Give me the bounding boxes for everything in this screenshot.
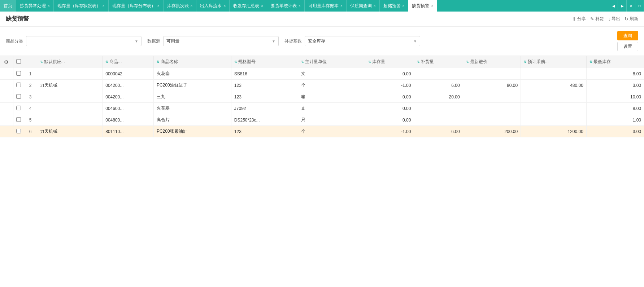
td-rownum-2: 3 (24, 91, 37, 103)
sort-icon-replenish: ⇅ (417, 60, 420, 64)
td-spec-2: 123 (231, 91, 298, 103)
tab-available-ledger[interactable]: 可用量库存账本 × (305, 0, 347, 12)
td-gear-0 (0, 68, 13, 80)
tab-batch-account[interactable]: 库存批次账 × (164, 0, 197, 12)
tab-close-4[interactable]: × (191, 4, 193, 8)
tab-stock-dist[interactable]: 现存量（库存分布表） × (109, 0, 164, 12)
select-all-checkbox[interactable] (16, 59, 21, 64)
td-stock-0: 0.00 (365, 68, 414, 80)
row-checkbox-1[interactable] (16, 83, 21, 87)
table-row: 5 004800... 离合片 DS250*23c... 只 0.00 1.00 (0, 114, 644, 126)
td-supplier-0 (37, 68, 103, 80)
tab-nav-close-current[interactable]: ✕ (627, 0, 635, 12)
th-check (13, 56, 24, 68)
td-min-stock-2: 10.00 (586, 91, 644, 103)
td-stock-2: 0.00 (365, 91, 414, 103)
td-est-purchase-3 (521, 103, 587, 114)
table-row: 4 004600... 火花塞 J7092 支 0.00 8.00 (0, 103, 644, 114)
tab-close-1[interactable]: × (48, 4, 50, 8)
category-filter-group: 商品分类 ▼ (6, 36, 142, 46)
tab-nav-buttons: ◀ ▶ ✕ □ (609, 0, 644, 12)
replenish-button[interactable]: ✎ 补货 (590, 16, 604, 22)
row-checkbox-5[interactable] (16, 129, 21, 133)
tab-pick-exception[interactable]: 拣货异常处理 × (16, 0, 54, 12)
tab-close-5[interactable]: × (223, 4, 226, 8)
filter-bar: 商品分类 ▼ 数据源 可用量 ▼ 补货基数 安全库存 ▼ 查询 设置 (0, 27, 644, 56)
replenish-base-select-value: 安全库存 (308, 38, 325, 44)
share-button[interactable]: ⇧ 分享 (572, 16, 586, 22)
sort-icon-supplier: ⇅ (40, 60, 43, 64)
refresh-button[interactable]: ↻ 刷新 (625, 16, 638, 22)
tab-nav-prev[interactable]: ◀ (609, 0, 618, 12)
td-rownum-5: 6 (24, 126, 37, 137)
row-checkbox-4[interactable] (16, 117, 21, 122)
category-select[interactable]: ▼ (26, 36, 142, 46)
tab-home[interactable]: 首页 (0, 0, 16, 12)
datasource-select[interactable]: 可用量 ▼ (163, 36, 279, 46)
td-name-3: 火花塞 (153, 103, 231, 114)
td-check-1 (13, 80, 24, 91)
td-code-0: 0000042 (103, 68, 154, 80)
th-default-supplier: ⇅ 默认供应... (37, 56, 103, 68)
tab-overstock[interactable]: 超储预警 × (380, 0, 409, 12)
replenish-base-select[interactable]: 安全库存 ▼ (305, 36, 420, 46)
th-product-code: ⇅ 商品... (103, 56, 154, 68)
table-row: 3 004200... 三九 123 箱 0.00 20.00 10.00 (0, 91, 644, 103)
sort-icon-min-stock: ⇅ (589, 60, 592, 64)
tab-close-9[interactable]: × (374, 4, 376, 8)
filter-actions: 查询 设置 (617, 31, 638, 51)
tab-close-2[interactable]: × (103, 4, 105, 8)
row-checkbox-0[interactable] (16, 71, 21, 76)
td-price-1: 80.00 (463, 80, 521, 91)
tab-shortage-warning[interactable]: 缺货预警 × (408, 0, 437, 12)
table-row: 2 力天机械 004200... PC200油缸缸子 123 个 -1.00 6… (0, 80, 644, 91)
gear-settings-icon[interactable]: ⚙ (4, 59, 9, 65)
row-checkbox-3[interactable] (16, 106, 21, 110)
datasource-select-value: 可用量 (166, 38, 179, 44)
td-est-purchase-1: 480.00 (521, 80, 587, 91)
tab-stock-status[interactable]: 现存量（库存状况表） × (54, 0, 109, 12)
tab-requisition-stats[interactable]: 要货单统计表 × (267, 0, 305, 12)
query-button[interactable]: 查询 (617, 31, 638, 40)
td-gear-5 (0, 126, 13, 137)
td-name-0: 火花塞 (153, 68, 231, 80)
row-checkbox-2[interactable] (16, 94, 21, 99)
td-stock-4: 0.00 (365, 114, 414, 126)
td-unit-5: 个 (298, 126, 365, 137)
tab-close-8[interactable]: × (340, 4, 343, 8)
td-gear-1 (0, 80, 13, 91)
replenish-icon: ✎ (590, 16, 594, 22)
th-replenish-qty: ⇅ 补货量 (414, 56, 463, 68)
tab-close-11[interactable]: × (431, 4, 433, 8)
td-check-3 (13, 103, 24, 114)
sort-icon-price: ⇅ (466, 60, 469, 64)
tab-receive-summary[interactable]: 收发存汇总表 × (230, 0, 267, 12)
tab-nav-fullscreen[interactable]: □ (635, 0, 644, 12)
sort-icon-code: ⇅ (105, 60, 108, 64)
td-price-2 (463, 91, 521, 103)
td-code-2: 004200... (103, 91, 154, 103)
tab-close-6[interactable]: × (261, 4, 263, 8)
td-price-4 (463, 114, 521, 126)
tab-close-10[interactable]: × (402, 4, 405, 8)
tab-inout-flow[interactable]: 出入库流水 × (196, 0, 230, 12)
settings-button[interactable]: 设置 (617, 42, 638, 51)
table-row: 6 力天机械 801110... PC200张紧油缸 123 个 -1.00 6… (0, 126, 644, 137)
td-spec-4: DS250*23c... (231, 114, 298, 126)
tab-close-3[interactable]: × (157, 4, 160, 8)
export-button[interactable]: ↓ 导出 (608, 16, 621, 22)
th-unit: ⇅ 主计量单位 (298, 56, 365, 68)
tab-nav-next[interactable]: ▶ (618, 0, 627, 12)
td-spec-5: 123 (231, 126, 298, 137)
tab-close-7[interactable]: × (299, 4, 301, 8)
datasource-label: 数据源 (147, 38, 160, 44)
td-supplier-1: 力天机械 (37, 80, 103, 91)
table-header-row: ⚙ ⇅ 默认供应... ⇅ 商 (0, 56, 644, 68)
td-rownum-1: 2 (24, 80, 37, 91)
tab-shelf-life[interactable]: 保质期查询 × (347, 0, 380, 12)
td-gear-4 (0, 114, 13, 126)
td-supplier-4 (37, 114, 103, 126)
td-code-5: 801110... (103, 126, 154, 137)
td-spec-1: 123 (231, 80, 298, 91)
share-icon: ⇧ (572, 16, 576, 22)
